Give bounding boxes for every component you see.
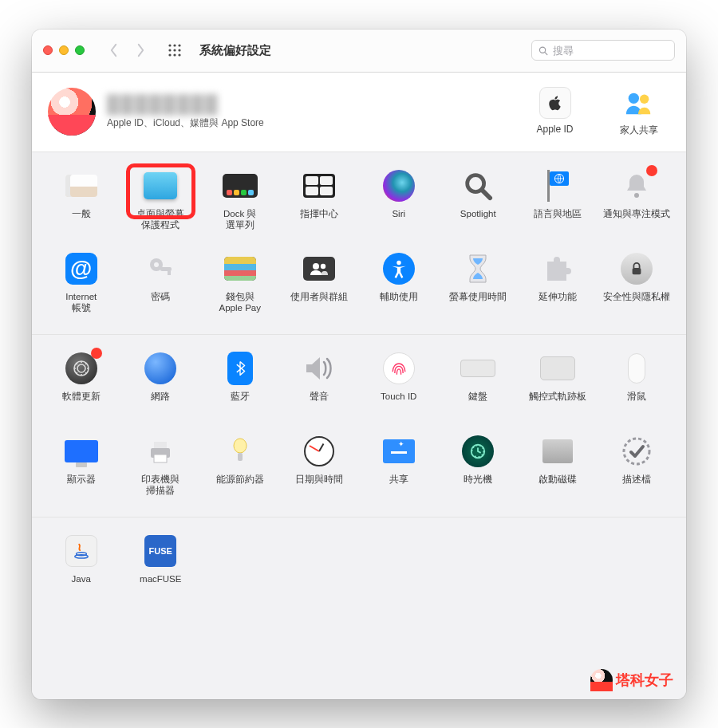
nav-buttons xyxy=(107,41,147,59)
pref-profiles[interactable]: 描述檔 xyxy=(598,429,677,509)
pref-desktop-screensaver[interactable]: 桌面與螢幕 保護程式 xyxy=(121,163,201,243)
search-icon xyxy=(538,45,548,56)
pref-panel-hardware: 軟體更新網路藍牙聲音Touch ID鍵盤觸控式軌跡板滑鼠 顯示器印表機與 掃描器… xyxy=(32,335,686,517)
forward-button[interactable] xyxy=(134,41,147,59)
pref-trackpad[interactable]: 觸控式軌跡板 xyxy=(518,346,598,426)
pref-label: 一般 xyxy=(72,208,91,219)
pref-notifications[interactable]: 通知與專注模式 xyxy=(598,163,677,243)
svg-rect-31 xyxy=(238,453,243,461)
pref-screen-time[interactable]: 螢幕使用時間 xyxy=(439,246,519,326)
pref-security-privacy[interactable]: 安全性與隱私權 xyxy=(598,246,677,326)
minimize-button[interactable] xyxy=(59,45,69,55)
pref-dock-menubar[interactable]: Dock 與 選單列 xyxy=(200,163,280,243)
pref-label: 啟動磁碟 xyxy=(538,474,577,485)
svg-rect-29 xyxy=(154,455,167,462)
touch-id-icon xyxy=(381,351,416,386)
pref-label: 桌面與螢幕 保護程式 xyxy=(136,208,184,231)
maximize-button[interactable] xyxy=(75,45,85,55)
pref-bluetooth[interactable]: 藍牙 xyxy=(200,346,280,426)
close-button[interactable] xyxy=(43,45,53,55)
account-name: ████████ xyxy=(107,94,514,115)
titlebar: 系統偏好設定 xyxy=(32,30,686,73)
pref-label: 安全性與隱私權 xyxy=(603,291,670,302)
general-icon xyxy=(64,168,99,203)
user-avatar[interactable] xyxy=(48,88,96,136)
startup-disk-icon xyxy=(540,434,575,469)
pref-label: 螢幕使用時間 xyxy=(449,291,507,302)
wallet-applepay-icon xyxy=(223,251,258,286)
svg-point-4 xyxy=(173,49,176,51)
search-field[interactable] xyxy=(531,40,675,61)
siri-icon xyxy=(381,168,416,203)
pref-extensions[interactable]: 延伸功能 xyxy=(518,246,598,326)
extensions-icon xyxy=(540,251,575,286)
svg-point-36 xyxy=(75,554,89,557)
svg-point-2 xyxy=(178,44,180,46)
pref-energy-saver[interactable]: 能源節約器 xyxy=(200,429,280,509)
pref-label: Dock 與 選單列 xyxy=(223,208,256,231)
pref-label: 通知與專注模式 xyxy=(603,208,670,219)
pref-date-time[interactable]: 日期與時間 xyxy=(280,429,360,509)
pref-language-region[interactable]: 語言與地區 xyxy=(518,163,598,243)
pref-printers-scanners[interactable]: 印表機與 掃描器 xyxy=(121,429,201,509)
family-sharing-button[interactable]: 家人共享 xyxy=(609,87,669,137)
pref-panel-thirdparty: JavaFUSEmacFUSE xyxy=(32,517,686,699)
pref-sound[interactable]: 聲音 xyxy=(280,346,360,426)
pref-label: 語言與地區 xyxy=(534,208,582,219)
pref-time-machine[interactable]: 時光機 xyxy=(439,429,519,509)
pref-startup-disk[interactable]: 啟動磁碟 xyxy=(518,429,598,509)
screen-time-icon xyxy=(460,251,495,286)
pref-label: 滑鼠 xyxy=(627,391,646,402)
pref-label: 指揮中心 xyxy=(300,208,338,219)
pref-general[interactable]: 一般 xyxy=(41,163,121,243)
show-all-icon[interactable] xyxy=(168,43,182,57)
update-badge xyxy=(646,165,657,176)
svg-point-1 xyxy=(173,44,176,46)
svg-point-5 xyxy=(178,49,180,51)
security-privacy-icon xyxy=(619,251,654,286)
back-button[interactable] xyxy=(107,41,120,59)
pref-users-groups[interactable]: 使用者與群組 xyxy=(280,246,360,326)
pref-label: 使用者與群組 xyxy=(290,291,348,302)
pref-software-update[interactable]: 軟體更新 xyxy=(41,346,121,426)
sound-icon xyxy=(302,351,337,386)
pref-label: Java xyxy=(72,573,91,584)
language-region-icon xyxy=(540,168,575,203)
pref-spotlight[interactable]: Spotlight xyxy=(439,163,519,243)
pref-wallet-applepay[interactable]: 錢包與 Apple Pay xyxy=(200,246,280,326)
svg-line-14 xyxy=(483,190,491,198)
svg-rect-19 xyxy=(160,267,172,271)
pref-label: 錢包與 Apple Pay xyxy=(219,291,261,314)
svg-line-10 xyxy=(545,52,547,54)
java-icon xyxy=(64,533,99,569)
pref-passwords[interactable]: 密碼 xyxy=(121,246,201,326)
users-groups-icon xyxy=(302,251,337,286)
pref-panel-personal: 一般桌面與螢幕 保護程式Dock 與 選單列指揮中心SiriSpotlight語… xyxy=(32,152,686,335)
date-time-icon xyxy=(302,434,337,469)
apple-id-button[interactable]: Apple ID xyxy=(525,87,585,137)
svg-point-18 xyxy=(154,262,159,267)
pref-java[interactable]: Java xyxy=(41,529,121,608)
displays-icon xyxy=(64,434,99,469)
apple-logo-icon xyxy=(539,87,571,119)
account-text[interactable]: ████████ Apple ID、iCloud、媒體與 App Store xyxy=(107,94,514,130)
pref-label: 網路 xyxy=(151,391,170,402)
pref-mission-control[interactable]: 指揮中心 xyxy=(280,163,360,243)
pref-label: 藍牙 xyxy=(231,391,250,402)
pref-keyboard[interactable]: 鍵盤 xyxy=(439,346,519,426)
watermark-text: 塔科女子 xyxy=(616,671,673,690)
pref-network[interactable]: 網路 xyxy=(121,346,201,426)
svg-point-3 xyxy=(168,49,171,51)
pref-accessibility[interactable]: 輔助使用 xyxy=(359,246,439,326)
pref-internet-accounts[interactable]: @Internet 帳號 xyxy=(41,246,121,326)
pref-macfuse[interactable]: FUSEmacFUSE xyxy=(121,529,201,608)
pref-displays[interactable]: 顯示器 xyxy=(41,429,121,509)
pref-sharing[interactable]: ✦共享 xyxy=(359,429,439,509)
pref-mouse[interactable]: 滑鼠 xyxy=(598,346,677,426)
pref-siri[interactable]: Siri xyxy=(359,163,439,243)
pref-touch-id[interactable]: Touch ID xyxy=(359,346,439,426)
search-input[interactable] xyxy=(553,45,668,57)
svg-point-12 xyxy=(639,94,648,103)
pref-label: Spotlight xyxy=(460,208,496,219)
svg-point-8 xyxy=(178,53,180,56)
